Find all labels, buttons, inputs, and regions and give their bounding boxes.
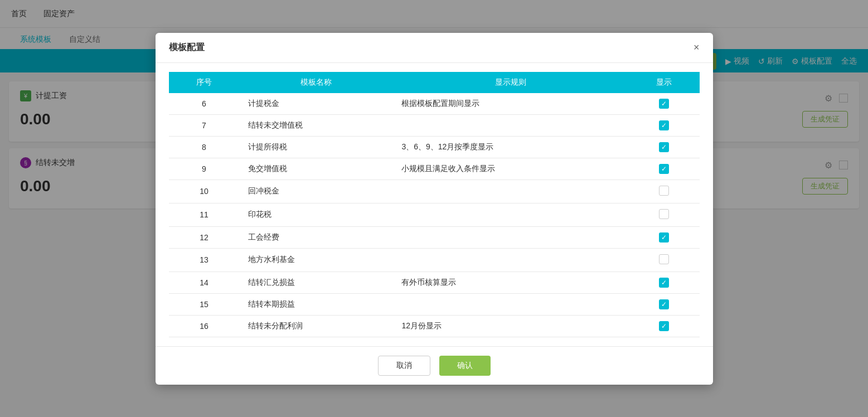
cell-seq: 11 xyxy=(169,203,240,226)
cell-name: 计提所得税 xyxy=(239,136,392,158)
modal-close-button[interactable]: × xyxy=(694,42,700,52)
cell-rule: 根据模板配置期间显示 xyxy=(392,93,628,115)
col-rule: 显示规则 xyxy=(392,72,628,93)
checkbox-unchecked-icon[interactable] xyxy=(659,209,669,219)
cell-checkbox[interactable] xyxy=(629,136,700,158)
cell-checkbox[interactable] xyxy=(629,226,700,248)
checkbox-checked-icon[interactable] xyxy=(659,120,669,130)
cell-checkbox[interactable] xyxy=(629,271,700,293)
cell-name: 工会经费 xyxy=(239,226,392,248)
cell-rule: 有外币核算显示 xyxy=(392,271,628,293)
cell-name: 结转本期损益 xyxy=(239,293,392,315)
checkbox-checked-icon[interactable] xyxy=(659,164,669,174)
confirm-button[interactable]: 确认 xyxy=(439,356,491,376)
table-row: 11印花税 xyxy=(169,203,700,226)
cell-seq: 15 xyxy=(169,293,240,315)
cancel-button[interactable]: 取消 xyxy=(378,356,430,376)
checkbox-unchecked-icon[interactable] xyxy=(659,254,669,264)
table-row: 13地方水利基金 xyxy=(169,248,700,271)
table-row: 16结转未分配利润12月份显示 xyxy=(169,315,700,337)
cell-seq: 16 xyxy=(169,315,240,337)
table-row: 14结转汇兑损益有外币核算显示 xyxy=(169,271,700,293)
table-header-row: 序号 模板名称 显示规则 显示 xyxy=(169,72,700,93)
cell-rule xyxy=(392,293,628,315)
cell-seq: 12 xyxy=(169,226,240,248)
cell-rule: 小规模且满足收入条件显示 xyxy=(392,158,628,180)
cell-rule: 3、6、9、12月按季度显示 xyxy=(392,136,628,158)
col-display: 显示 xyxy=(629,72,700,93)
table-scroll-container[interactable]: 序号 模板名称 显示规则 显示 6计提税金根据模板配置期间显示7结转未交增值税8… xyxy=(169,72,700,337)
cell-seq: 8 xyxy=(169,136,240,158)
cell-name: 印花税 xyxy=(239,203,392,226)
modal-body: 序号 模板名称 显示规则 显示 6计提税金根据模板配置期间显示7结转未交增值税8… xyxy=(156,63,713,346)
checkbox-checked-icon[interactable] xyxy=(659,299,669,309)
config-table: 序号 模板名称 显示规则 显示 6计提税金根据模板配置期间显示7结转未交增值税8… xyxy=(169,72,700,337)
cell-checkbox[interactable] xyxy=(629,248,700,271)
cell-name: 地方水利基金 xyxy=(239,248,392,271)
col-name: 模板名称 xyxy=(239,72,392,93)
cell-checkbox[interactable] xyxy=(629,93,700,115)
table-row: 8计提所得税3、6、9、12月按季度显示 xyxy=(169,136,700,158)
table-row: 6计提税金根据模板配置期间显示 xyxy=(169,93,700,115)
cell-seq: 13 xyxy=(169,248,240,271)
cell-rule xyxy=(392,203,628,226)
table-row: 10回冲税金 xyxy=(169,180,700,203)
modal-overlay: 模板配置 × 序号 模板名称 显示规则 显示 6计提税金根据模板配置期间显 xyxy=(0,0,868,417)
cell-checkbox[interactable] xyxy=(629,180,700,203)
cell-checkbox[interactable] xyxy=(629,158,700,180)
cell-rule: 12月份显示 xyxy=(392,315,628,337)
cell-seq: 10 xyxy=(169,180,240,203)
table-row: 12工会经费 xyxy=(169,226,700,248)
cell-checkbox[interactable] xyxy=(629,114,700,136)
table-body: 6计提税金根据模板配置期间显示7结转未交增值税8计提所得税3、6、9、12月按季… xyxy=(169,93,700,337)
checkbox-checked-icon[interactable] xyxy=(659,99,669,109)
cell-seq: 6 xyxy=(169,93,240,115)
table-row: 9免交增值税小规模且满足收入条件显示 xyxy=(169,158,700,180)
cell-rule xyxy=(392,180,628,203)
cell-seq: 7 xyxy=(169,114,240,136)
checkbox-checked-icon[interactable] xyxy=(659,321,669,331)
table-row: 15结转本期损益 xyxy=(169,293,700,315)
cell-name: 计提税金 xyxy=(239,93,392,115)
cell-name: 结转未分配利润 xyxy=(239,315,392,337)
modal-header: 模板配置 × xyxy=(156,33,713,63)
table-head: 序号 模板名称 显示规则 显示 xyxy=(169,72,700,93)
col-seq: 序号 xyxy=(169,72,240,93)
cell-checkbox[interactable] xyxy=(629,293,700,315)
cell-rule xyxy=(392,114,628,136)
cell-name: 回冲税金 xyxy=(239,180,392,203)
checkbox-unchecked-icon[interactable] xyxy=(659,186,669,196)
modal-template-config: 模板配置 × 序号 模板名称 显示规则 显示 6计提税金根据模板配置期间显 xyxy=(156,33,713,385)
cell-name: 结转汇兑损益 xyxy=(239,271,392,293)
cell-seq: 14 xyxy=(169,271,240,293)
modal-title: 模板配置 xyxy=(169,42,205,54)
table-row: 7结转未交增值税 xyxy=(169,114,700,136)
cell-rule xyxy=(392,248,628,271)
checkbox-checked-icon[interactable] xyxy=(659,278,669,288)
cell-name: 免交增值税 xyxy=(239,158,392,180)
checkbox-checked-icon[interactable] xyxy=(659,142,669,152)
modal-footer: 取消 确认 xyxy=(156,346,713,385)
cell-checkbox[interactable] xyxy=(629,315,700,337)
cell-rule xyxy=(392,226,628,248)
cell-seq: 9 xyxy=(169,158,240,180)
cell-name: 结转未交增值税 xyxy=(239,114,392,136)
checkbox-checked-icon[interactable] xyxy=(659,232,669,243)
cell-checkbox[interactable] xyxy=(629,203,700,226)
